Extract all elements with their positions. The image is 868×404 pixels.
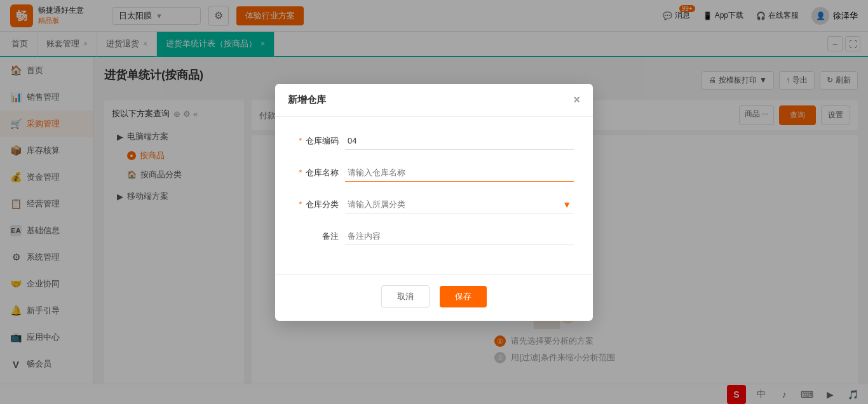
warehouse-category-input[interactable]: [345, 196, 574, 213]
cancel-button[interactable]: 取消: [381, 285, 430, 308]
warehouse-note-input[interactable]: [345, 227, 574, 245]
warehouse-name-row: * 仓库名称: [294, 164, 574, 182]
modal-body: * 仓库编码 * 仓库名称 * 仓库分类: [275, 117, 593, 274]
warehouse-note-row: 备注: [294, 227, 574, 245]
modal-footer: 取消 保存: [275, 274, 593, 321]
modal-title: 新增仓库: [288, 94, 326, 106]
warehouse-name-input[interactable]: [345, 164, 574, 182]
warehouse-code-label: * 仓库编码: [294, 135, 345, 147]
save-button[interactable]: 保存: [440, 286, 487, 307]
warehouse-note-label: 备注: [294, 231, 345, 242]
add-warehouse-modal: 新增仓库 × * 仓库编码 * 仓库名称: [275, 84, 593, 321]
modal-overlay: 新增仓库 × * 仓库编码 * 仓库名称: [0, 0, 868, 404]
warehouse-category-label: * 仓库分类: [294, 199, 345, 210]
warehouse-category-row: * 仓库分类 ▼: [294, 196, 574, 213]
warehouse-code-row: * 仓库编码: [294, 132, 574, 150]
warehouse-name-label: * 仓库名称: [294, 167, 345, 178]
warehouse-code-input[interactable]: [345, 132, 574, 150]
modal-close-button[interactable]: ×: [573, 94, 580, 105]
warehouse-category-select-wrap: ▼: [345, 196, 574, 213]
modal-header: 新增仓库 ×: [275, 84, 593, 117]
